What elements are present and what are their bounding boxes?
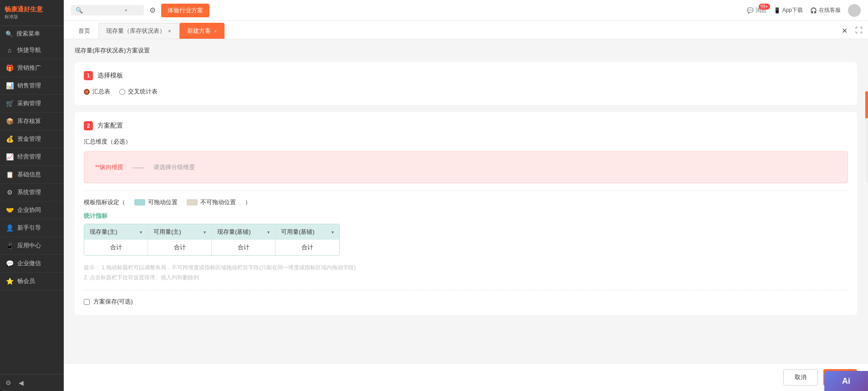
non-draggable-legend-label: 不可拖动位置 (200, 198, 236, 206)
template-cross-radio[interactable] (119, 89, 125, 95)
mobile-icon: 📱 (5, 242, 14, 250)
dimension-separator: —— (133, 164, 144, 171)
sidebar-item-quicknav[interactable]: ⌂ 快捷导航 (0, 41, 64, 59)
col-header-1-dropdown-icon[interactable]: ▾ (140, 230, 142, 235)
draggable-legend-box (134, 199, 145, 206)
col-body-1-value: 合计 (110, 243, 122, 252)
dimension-area[interactable]: **纵向维度 —— 请选择分组维度 (84, 151, 848, 183)
gift-icon: 🎁 (5, 64, 14, 72)
content-area: 现存量(库存状况表)方案设置 1 选择模板 汇总表 交叉统计表 2 (64, 39, 868, 363)
col-header-4[interactable]: 可用量(基辅) ▾ (276, 224, 339, 240)
ai-label: Ai (842, 376, 850, 386)
page-title: 现存量(库存状况表)方案设置 (75, 46, 857, 55)
col-body-4: 合计 (276, 240, 339, 255)
window-controls: ✕ ⛶ (839, 25, 868, 39)
col-header-4-dropdown-icon[interactable]: ▾ (332, 230, 334, 235)
step1-header: 1 选择模板 (84, 71, 848, 80)
money-icon: 💰 (5, 135, 14, 143)
step2-card: 2 方案配置 汇总维度（必选） **纵向维度 —— 请选择分组维度 模板指标设定… (75, 112, 857, 315)
tip2-text: 2. 点击标题栏下拉可设置排序、插入列和删除列 (84, 274, 199, 281)
tab-inventory-close-icon[interactable]: × (168, 28, 171, 34)
topbar-right: 💬 消息 99+ 📱 App下载 🎧 在线客服 (747, 4, 861, 17)
cancel-button[interactable]: 取消 (783, 369, 818, 386)
trial-industry-button[interactable]: 体验行业方案 (161, 4, 209, 17)
message-icon: 💬 (747, 7, 754, 14)
tab-inventory-label: 现存量（库存状况表） (106, 27, 165, 35)
step2-header: 2 方案配置 (84, 121, 848, 130)
sidebar-item-purchase[interactable]: 🛒 采购管理 (0, 95, 64, 113)
sidebar-item-operation[interactable]: 📈 经营管理 (0, 148, 64, 166)
user-icon: 👤 (5, 224, 14, 232)
window-expand-button[interactable]: ⛶ (853, 25, 864, 36)
sidebar-item-vip[interactable]: ⭐ 畅会员 (0, 273, 64, 290)
topbar-search-input[interactable] (86, 7, 122, 14)
dimension-required-label: **纵向维度 (95, 163, 123, 171)
online-service-label: 在线客服 (819, 6, 841, 14)
user-avatar[interactable] (848, 4, 861, 17)
sidebar-item-marketing[interactable]: 🎁 营销推广 (0, 59, 64, 77)
tip1-text: 1.拖动标题栏可以调整布局，不可跨维度或指标区域拖动栏目字段(只能在同一维度或指… (102, 264, 356, 271)
collapse-icon[interactable]: ◀ (19, 379, 24, 386)
box-icon: 📦 (5, 117, 14, 125)
tip-title: 提示： 1.拖动标题栏可以调整布局，不可跨维度或指标区域拖动栏目字段(只能在同一… (84, 263, 848, 273)
stats-label: 统计指标 (84, 212, 848, 220)
col-header-1[interactable]: 现存量(主) ▾ (84, 224, 148, 240)
home-icon: ⌂ (5, 46, 14, 54)
ai-float-button[interactable]: Ai (824, 371, 868, 391)
draggable-legend: 可拖动位置 (134, 198, 178, 206)
right-scrollbar[interactable] (865, 91, 868, 182)
sidebar-item-sales[interactable]: 📊 销售管理 (0, 77, 64, 95)
message-button[interactable]: 💬 消息 99+ (747, 6, 766, 14)
tab-new-plan[interactable]: 新建方案 × (179, 23, 224, 39)
template-cross-option[interactable]: 交叉统计表 (119, 87, 158, 96)
wechat-icon: 💬 (5, 259, 14, 268)
sidebar-item-inventory[interactable]: 📦 库存核算 (0, 113, 64, 130)
sidebar-item-system[interactable]: ⚙ 系统管理 (0, 184, 64, 201)
save-option-label: 方案保存(可选) (93, 298, 133, 306)
sidebar-item-appcenter[interactable]: 📱 应用中心 (0, 237, 64, 255)
save-checkbox[interactable] (84, 299, 90, 305)
col-body-3-value: 合计 (238, 243, 250, 252)
col-header-2-label: 可用量(主) (153, 228, 181, 236)
sidebar-nav: 🔍 搜索菜单 ⌂ 快捷导航 🎁 营销推广 📊 销售管理 🛒 采购管理 📦 库存核… (0, 26, 64, 374)
topbar-search[interactable]: 🔍 ▾ (71, 5, 144, 15)
tips-area: 提示： 1.拖动标题栏可以调整布局，不可跨维度或指标区域拖动栏目字段(只能在同一… (84, 263, 848, 283)
topbar-search-dropdown-icon[interactable]: ▾ (125, 8, 127, 13)
sidebar-item-collab[interactable]: 🤝 企业协同 (0, 201, 64, 219)
topbar: 🔍 ▾ ⚙ 体验行业方案 💬 消息 99+ 📱 App下载 🎧 在线客服 (64, 0, 868, 21)
col-body-3: 合计 (212, 240, 276, 255)
step1-card: 1 选择模板 汇总表 交叉统计表 (75, 62, 857, 105)
non-draggable-legend-box (187, 199, 198, 206)
tab-inventory-status[interactable]: 现存量（库存状况表） × (98, 23, 179, 39)
sidebar-search-item[interactable]: 🔍 搜索菜单 (0, 26, 64, 41)
col-header-2-dropdown-icon[interactable]: ▾ (204, 230, 206, 235)
topbar-gear-icon[interactable]: ⚙ (149, 6, 156, 15)
online-service-button[interactable]: 🎧 在线客服 (810, 6, 841, 14)
sidebar-item-marketing-label: 营销推广 (17, 64, 41, 72)
sidebar-item-newuser[interactable]: 👤 新手引导 (0, 219, 64, 237)
template-summary-radio[interactable] (84, 89, 90, 95)
draggable-legend-label: 可拖动位置 (148, 198, 178, 206)
sidebar: 畅康通好生意 标准版 🔍 搜索菜单 ⌂ 快捷导航 🎁 营销推广 📊 销售管理 🛒… (0, 0, 64, 391)
tab-new-plan-close-icon[interactable]: × (214, 28, 216, 34)
window-close-button[interactable]: ✕ (839, 25, 850, 36)
indicator-settings-prefix: 模板指标设定（ (84, 198, 125, 206)
template-summary-option[interactable]: 汇总表 (84, 87, 110, 96)
sidebar-item-basic[interactable]: 📋 基础信息 (0, 166, 64, 184)
right-scrollbar-thumb (865, 91, 868, 118)
settings-bottom-icon[interactable]: ⚙ (5, 379, 11, 386)
col-body-4-value: 合计 (301, 243, 313, 252)
tab-home[interactable]: 首页 (71, 23, 97, 39)
sidebar-item-newuser-label: 新手引导 (17, 224, 41, 232)
app-download-button[interactable]: 📱 App下载 (774, 6, 803, 14)
col-body-2: 合计 (148, 240, 212, 255)
col-header-3-dropdown-icon[interactable]: ▾ (267, 230, 270, 235)
col-header-3[interactable]: 现存量(基辅) ▾ (212, 224, 276, 240)
sidebar-item-sales-label: 销售管理 (17, 82, 41, 90)
col-header-2[interactable]: 可用量(主) ▾ (148, 224, 212, 240)
col-body-2-value: 合计 (174, 243, 186, 252)
search-icon: 🔍 (5, 31, 13, 37)
star-icon: ⭐ (5, 277, 14, 285)
sidebar-item-wechat[interactable]: 💬 企业微信 (0, 255, 64, 273)
sidebar-item-finance[interactable]: 💰 资金管理 (0, 130, 64, 148)
